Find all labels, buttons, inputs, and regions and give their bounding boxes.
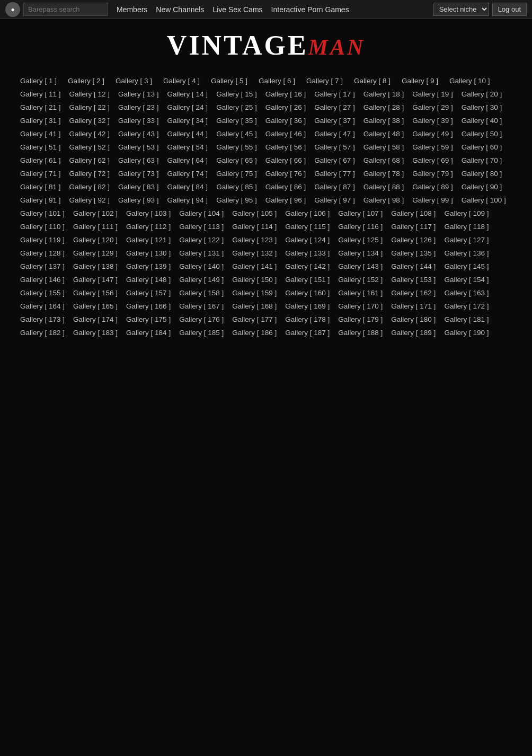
gallery-link[interactable]: Gallery [ 159 ] (228, 287, 281, 299)
gallery-link[interactable]: Gallery [ 80 ] (457, 168, 507, 180)
gallery-link[interactable]: Gallery [ 126 ] (387, 234, 440, 246)
gallery-link[interactable]: Gallery [ 44 ] (163, 128, 212, 140)
nav-new-channels[interactable]: New Channels (156, 5, 204, 14)
gallery-link[interactable]: Gallery [ 82 ] (65, 181, 114, 193)
gallery-link[interactable]: Gallery [ 68 ] (359, 154, 409, 166)
gallery-link[interactable]: Gallery [ 4 ] (159, 75, 207, 87)
gallery-link[interactable]: Gallery [ 147 ] (69, 274, 122, 286)
gallery-link[interactable]: Gallery [ 174 ] (69, 313, 122, 326)
gallery-link[interactable]: Gallery [ 20 ] (457, 88, 507, 100)
gallery-link[interactable]: Gallery [ 73 ] (114, 168, 163, 180)
gallery-link[interactable]: Gallery [ 55 ] (212, 141, 261, 153)
gallery-link[interactable]: Gallery [ 127 ] (440, 234, 493, 246)
gallery-link[interactable]: Gallery [ 46 ] (261, 128, 311, 140)
gallery-link[interactable]: Gallery [ 28 ] (359, 101, 409, 113)
gallery-link[interactable]: Gallery [ 167 ] (175, 300, 228, 312)
gallery-link[interactable]: Gallery [ 32 ] (65, 115, 114, 127)
gallery-link[interactable]: Gallery [ 140 ] (175, 260, 228, 272)
gallery-link[interactable]: Gallery [ 87 ] (310, 181, 359, 193)
gallery-link[interactable]: Gallery [ 49 ] (408, 128, 457, 140)
gallery-link[interactable]: Gallery [ 132 ] (228, 247, 281, 259)
gallery-link[interactable]: Gallery [ 47 ] (310, 128, 359, 140)
gallery-link[interactable]: Gallery [ 124 ] (281, 234, 334, 246)
gallery-link[interactable]: Gallery [ 155 ] (16, 287, 69, 299)
gallery-link[interactable]: Gallery [ 135 ] (387, 247, 440, 259)
gallery-link[interactable]: Gallery [ 186 ] (228, 327, 281, 339)
gallery-link[interactable]: Gallery [ 69 ] (408, 154, 457, 166)
gallery-link[interactable]: Gallery [ 86 ] (261, 181, 311, 193)
gallery-link[interactable]: Gallery [ 16 ] (261, 88, 311, 100)
gallery-link[interactable]: Gallery [ 23 ] (114, 101, 163, 113)
gallery-link[interactable]: Gallery [ 14 ] (163, 88, 212, 100)
gallery-link[interactable]: Gallery [ 38 ] (359, 115, 409, 127)
gallery-link[interactable]: Gallery [ 99 ] (408, 194, 457, 206)
gallery-link[interactable]: Gallery [ 121 ] (122, 234, 175, 246)
gallery-link[interactable]: Gallery [ 3 ] (111, 75, 159, 87)
gallery-link[interactable]: Gallery [ 48 ] (359, 128, 409, 140)
gallery-link[interactable]: Gallery [ 59 ] (408, 141, 457, 153)
gallery-link[interactable]: Gallery [ 190 ] (440, 327, 493, 339)
gallery-link[interactable]: Gallery [ 5 ] (207, 75, 254, 87)
gallery-link[interactable]: Gallery [ 122 ] (175, 234, 228, 246)
gallery-link[interactable]: Gallery [ 103 ] (122, 207, 175, 219)
gallery-link[interactable]: Gallery [ 54 ] (163, 141, 212, 153)
gallery-link[interactable]: Gallery [ 173 ] (16, 313, 69, 326)
gallery-link[interactable]: Gallery [ 51 ] (16, 141, 65, 153)
gallery-link[interactable]: Gallery [ 153 ] (387, 274, 440, 286)
gallery-link[interactable]: Gallery [ 141 ] (228, 260, 281, 272)
gallery-link[interactable]: Gallery [ 171 ] (387, 300, 440, 312)
gallery-link[interactable]: Gallery [ 39 ] (408, 115, 457, 127)
gallery-link[interactable]: Gallery [ 75 ] (212, 168, 261, 180)
gallery-link[interactable]: Gallery [ 19 ] (408, 88, 457, 100)
gallery-link[interactable]: Gallery [ 179 ] (334, 313, 387, 326)
gallery-link[interactable]: Gallery [ 36 ] (261, 115, 311, 127)
gallery-link[interactable]: Gallery [ 149 ] (175, 274, 228, 286)
gallery-link[interactable]: Gallery [ 133 ] (281, 247, 334, 259)
gallery-link[interactable]: Gallery [ 42 ] (65, 128, 114, 140)
gallery-link[interactable]: Gallery [ 101 ] (16, 207, 69, 219)
gallery-link[interactable]: Gallery [ 142 ] (281, 260, 334, 272)
gallery-link[interactable]: Gallery [ 162 ] (387, 287, 440, 299)
gallery-link[interactable]: Gallery [ 88 ] (359, 181, 409, 193)
gallery-link[interactable]: Gallery [ 125 ] (334, 234, 387, 246)
gallery-link[interactable]: Gallery [ 120 ] (69, 234, 122, 246)
gallery-link[interactable]: Gallery [ 56 ] (261, 141, 311, 153)
gallery-link[interactable]: Gallery [ 145 ] (440, 260, 493, 272)
gallery-link[interactable]: Gallery [ 131 ] (175, 247, 228, 259)
gallery-link[interactable]: Gallery [ 165 ] (69, 300, 122, 312)
gallery-link[interactable]: Gallery [ 89 ] (408, 181, 457, 193)
gallery-link[interactable]: Gallery [ 96 ] (261, 194, 311, 206)
gallery-link[interactable]: Gallery [ 13 ] (114, 88, 163, 100)
gallery-link[interactable]: Gallery [ 130 ] (122, 247, 175, 259)
gallery-link[interactable]: Gallery [ 78 ] (359, 168, 409, 180)
gallery-link[interactable]: Gallery [ 34 ] (163, 115, 212, 127)
gallery-link[interactable]: Gallery [ 27 ] (310, 101, 359, 113)
gallery-link[interactable]: Gallery [ 116 ] (334, 221, 387, 233)
gallery-link[interactable]: Gallery [ 93 ] (114, 194, 163, 206)
gallery-link[interactable]: Gallery [ 9 ] (397, 75, 445, 87)
gallery-link[interactable]: Gallery [ 119 ] (16, 234, 69, 246)
gallery-link[interactable]: Gallery [ 10 ] (445, 75, 494, 87)
gallery-link[interactable]: Gallery [ 79 ] (408, 168, 457, 180)
gallery-link[interactable]: Gallery [ 161 ] (334, 287, 387, 299)
gallery-link[interactable]: Gallery [ 81 ] (16, 181, 65, 193)
gallery-link[interactable]: Gallery [ 8 ] (350, 75, 397, 87)
gallery-link[interactable]: Gallery [ 152 ] (334, 274, 387, 286)
gallery-link[interactable]: Gallery [ 18 ] (359, 88, 409, 100)
gallery-link[interactable]: Gallery [ 150 ] (228, 274, 281, 286)
gallery-link[interactable]: Gallery [ 64 ] (163, 154, 212, 166)
gallery-link[interactable]: Gallery [ 90 ] (457, 181, 507, 193)
gallery-link[interactable]: Gallery [ 77 ] (310, 168, 359, 180)
gallery-link[interactable]: Gallery [ 154 ] (440, 274, 493, 286)
gallery-link[interactable]: Gallery [ 24 ] (163, 101, 212, 113)
gallery-link[interactable]: Gallery [ 136 ] (440, 247, 493, 259)
gallery-link[interactable]: Gallery [ 114 ] (228, 221, 281, 233)
gallery-link[interactable]: Gallery [ 106 ] (281, 207, 334, 219)
gallery-link[interactable]: Gallery [ 139 ] (122, 260, 175, 272)
gallery-link[interactable]: Gallery [ 95 ] (212, 194, 261, 206)
gallery-link[interactable]: Gallery [ 105 ] (228, 207, 281, 219)
gallery-link[interactable]: Gallery [ 156 ] (69, 287, 122, 299)
gallery-link[interactable]: Gallery [ 2 ] (64, 75, 111, 87)
logout-button[interactable]: Log out (492, 3, 527, 16)
gallery-link[interactable]: Gallery [ 148 ] (122, 274, 175, 286)
